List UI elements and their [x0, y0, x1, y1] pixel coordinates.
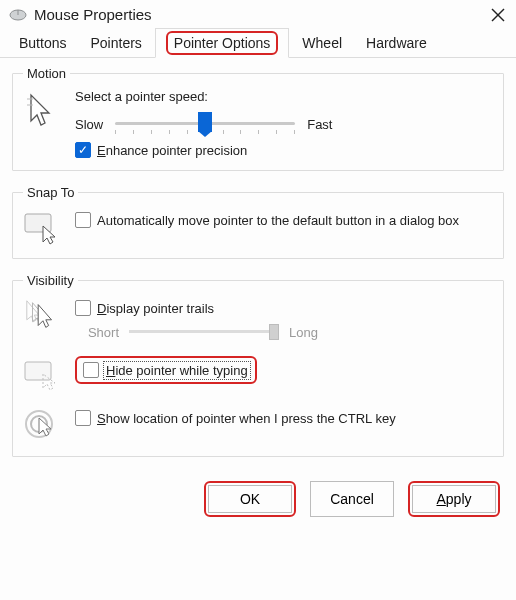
tab-strip: Buttons Pointers Pointer Options Wheel H… — [0, 27, 516, 58]
hide-pointer-icon — [23, 356, 61, 392]
window-title: Mouse Properties — [34, 6, 152, 23]
slider-thumb-icon[interactable] — [198, 112, 212, 132]
hide-pointer-checkbox[interactable] — [83, 362, 99, 378]
enhance-precision-checkbox[interactable]: ✓ — [75, 142, 91, 158]
pointer-speed-slider[interactable] — [115, 112, 295, 136]
legend-visibility: Visibility — [23, 273, 78, 288]
snap-to-label: Automatically move pointer to the defaul… — [97, 213, 459, 228]
content-area: Motion Select a pointer speed: Slow Fast — [0, 58, 516, 457]
trails-long-label: Long — [289, 325, 318, 340]
tab-buttons[interactable]: Buttons — [8, 28, 77, 58]
show-location-checkbox[interactable] — [75, 410, 91, 426]
snap-to-icon — [23, 208, 61, 246]
legend-snap-to: Snap To — [23, 185, 78, 200]
cursor-icon — [23, 89, 61, 129]
tab-pointer-options[interactable]: Pointer Options — [155, 28, 290, 58]
mouse-icon — [8, 8, 28, 22]
hide-pointer-highlight: Hide pointer while typing — [75, 356, 257, 384]
tab-hardware[interactable]: Hardware — [355, 28, 438, 58]
tab-pointer-options-highlight: Pointer Options — [166, 31, 279, 55]
pointer-trails-checkbox[interactable] — [75, 300, 91, 316]
pointer-trails-slider — [129, 322, 279, 342]
tab-wheel[interactable]: Wheel — [291, 28, 353, 58]
apply-button[interactable]: Apply — [412, 485, 496, 513]
tab-pointers[interactable]: Pointers — [79, 28, 152, 58]
title-bar: Mouse Properties — [0, 0, 516, 27]
button-bar: OK Cancel Apply — [0, 471, 516, 531]
group-snap-to: Snap To Automatically move pointer to th… — [12, 185, 504, 259]
ok-button-highlight: OK — [204, 481, 296, 517]
show-location-label: Show location of pointer when I press th… — [97, 411, 396, 426]
slow-label: Slow — [75, 117, 103, 132]
show-location-icon — [23, 406, 61, 444]
enhance-precision-label: Enhance pointer precision — [97, 143, 247, 158]
ok-button[interactable]: OK — [208, 485, 292, 513]
cancel-button[interactable]: Cancel — [310, 481, 394, 517]
group-visibility: Visibility Display pointer trails Short — [12, 273, 504, 457]
apply-button-highlight: Apply — [408, 481, 500, 517]
pointer-trails-label: Display pointer trails — [97, 301, 214, 316]
fast-label: Fast — [307, 117, 332, 132]
svg-rect-7 — [25, 362, 51, 380]
pointer-speed-label: Select a pointer speed: — [75, 89, 493, 104]
legend-motion: Motion — [23, 66, 70, 81]
trails-short-label: Short — [75, 325, 119, 340]
snap-to-checkbox[interactable] — [75, 212, 91, 228]
pointer-trails-icon — [23, 296, 61, 334]
hide-pointer-label: Hide pointer while typing — [105, 363, 249, 378]
close-icon[interactable] — [490, 7, 506, 23]
group-motion: Motion Select a pointer speed: Slow Fast — [12, 66, 504, 171]
